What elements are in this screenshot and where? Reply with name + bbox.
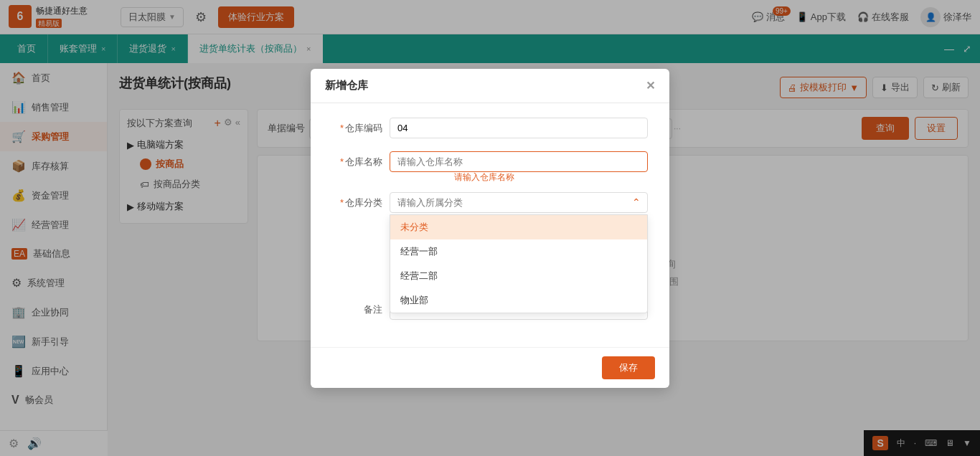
dropdown-item-dept1[interactable]: 经营一部 — [390, 239, 647, 264]
name-input[interactable] — [390, 151, 648, 172]
modal-close-btn[interactable]: ✕ — [646, 79, 655, 92]
category-input[interactable] — [390, 192, 648, 213]
dropdown-item-dept2[interactable]: 经营二部 — [390, 264, 647, 288]
save-button[interactable]: 保存 — [602, 356, 655, 379]
modal-new-warehouse: 新增仓库 ✕ 仓库编码 仓库名称 请输入仓库名称 仓库分类 — [311, 69, 669, 388]
dropdown-item-none[interactable]: 未分类 — [390, 215, 647, 239]
name-error-hint: 请输入仓库名称 — [454, 171, 514, 184]
form-row-category: 仓库分类 ⌃ 未分类 经营一部 经营二部 物业部 — [332, 192, 648, 213]
remark-label: 备注 — [332, 299, 390, 316]
code-label: 仓库编码 — [332, 118, 390, 135]
dropdown-item-property[interactable]: 物业部 — [390, 288, 647, 313]
modal-overlay: 新增仓库 ✕ 仓库编码 仓库名称 请输入仓库名称 仓库分类 — [0, 0, 980, 456]
modal-title: 新增仓库 — [325, 79, 368, 92]
modal-body: 仓库编码 仓库名称 请输入仓库名称 仓库分类 ⌃ 未分类 — [311, 103, 669, 347]
category-dropdown-arrow-icon[interactable]: ⌃ — [632, 196, 641, 208]
name-label: 仓库名称 — [332, 151, 390, 168]
code-input[interactable] — [390, 118, 648, 138]
modal-footer: 保存 — [311, 347, 669, 388]
category-dropdown: 未分类 经营一部 经营二部 物业部 — [390, 214, 648, 313]
form-row-name: 仓库名称 请输入仓库名称 — [332, 151, 648, 172]
modal-header: 新增仓库 ✕ — [311, 69, 669, 103]
form-row-code: 仓库编码 — [332, 118, 648, 138]
category-label: 仓库分类 — [332, 192, 390, 209]
